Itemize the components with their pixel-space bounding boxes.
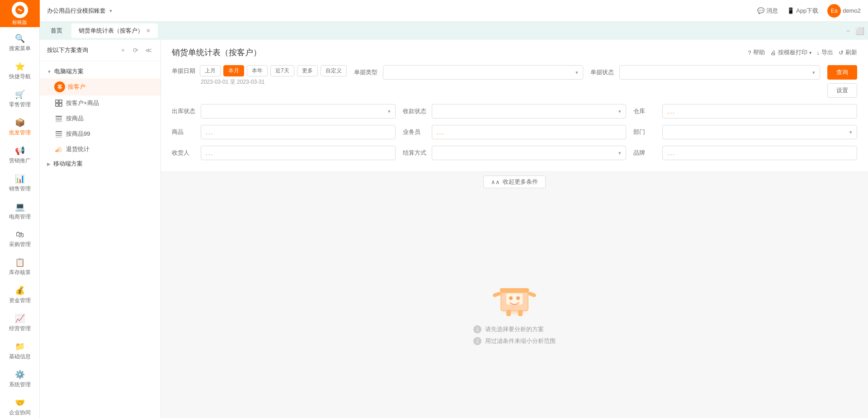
purchase-icon: 🛍 — [16, 230, 24, 239]
sidebar-item-ecommerce[interactable]: 💻 电商管理 — [0, 197, 39, 225]
tab-close-icon[interactable]: ✕ — [146, 28, 151, 34]
sidebar-item-operations[interactable]: 📈 经营管理 — [0, 309, 39, 337]
add-scheme-button[interactable]: ＋ — [118, 45, 128, 55]
sidebar-item-shortcuts[interactable]: ⭐ 快捷导航 — [0, 57, 39, 85]
tab-home[interactable]: 首页 — [43, 24, 70, 38]
user-profile[interactable]: Ea demo2 — [827, 4, 861, 18]
sidebar-item-basic[interactable]: 📁 基础信息 — [0, 337, 39, 365]
tab-stats[interactable]: 销货单统计表（按客户） ✕ — [71, 24, 158, 38]
svg-rect-25 — [528, 291, 537, 298]
tree-group-desktop-header[interactable]: ▼ 电脑端方案 — [40, 65, 160, 78]
order-status-select[interactable]: ▾ — [619, 65, 820, 80]
receipt-status-select[interactable]: ▾ — [432, 104, 627, 119]
refresh-scheme-button[interactable]: ⟳ — [131, 45, 141, 55]
receipt-status-label: 收款状态 — [403, 107, 428, 115]
date-custom[interactable]: 自定义 — [321, 65, 347, 76]
download-icon: 📱 — [787, 7, 794, 14]
return-stats-icon — [54, 145, 63, 154]
left-panel-actions: ＋ ⟳ ≪ — [118, 45, 153, 55]
page-actions: ? 帮助 🖨 按模板打印 ▾ ↓ 导出 ↺ — [748, 48, 857, 57]
sidebar-item-cooperation[interactable]: 🤝 企业协同 — [0, 393, 39, 418]
sidebar-item-finance[interactable]: 💰 资金管理 — [0, 281, 39, 309]
inventory-icon: 📋 — [15, 257, 25, 267]
system-icon: ⚙️ — [15, 370, 25, 380]
print-dropdown-icon: ▾ — [809, 50, 811, 55]
svg-point-22 — [509, 296, 513, 300]
tab-minimize-icon[interactable]: － — [844, 26, 852, 36]
tree-item-by-product[interactable]: 按商品 — [40, 111, 160, 126]
svg-rect-7 — [56, 119, 62, 120]
print-icon: 🖨 — [770, 49, 776, 56]
sidebar-item-ecommerce-label: 电商管理 — [9, 213, 31, 221]
sidebar-item-retail[interactable]: 🛒 零售管理 — [0, 85, 39, 113]
tree-group-desktop: ▼ 电脑端方案 客 按客户 按客户+商品 — [40, 65, 160, 157]
date-more[interactable]: 更多 — [297, 65, 318, 76]
date-this-year[interactable]: 本年 — [247, 65, 268, 76]
svg-rect-16 — [60, 147, 61, 152]
collapse-button[interactable]: ∧∧ 收起更多条件 — [483, 176, 546, 188]
tree-item-by-customer[interactable]: 客 按客户 — [40, 78, 160, 95]
query-buttons: 查询 设置 — [827, 65, 857, 98]
print-button[interactable]: 🖨 按模板打印 ▾ — [770, 48, 811, 57]
message-button[interactable]: 💬 消息 — [757, 7, 778, 15]
cooperation-icon: 🤝 — [15, 398, 25, 408]
salesperson-select[interactable]: ... — [432, 125, 627, 139]
empty-state: 1 请先选择要分析的方案 2 用过滤条件来缩小分析范围 — [161, 193, 868, 418]
sidebar-item-marketing[interactable]: 📢 营销推广 — [0, 141, 39, 169]
filter-area: 销货单统计表（按客户） ? 帮助 🖨 按模板打印 ▾ ↓ — [161, 40, 868, 171]
tree-item-return-stats[interactable]: 退货统计 — [40, 142, 160, 157]
sidebar-item-basic-label: 基础信息 — [9, 353, 31, 361]
left-panel-title: 按以下方案查询 — [47, 46, 88, 54]
tree-item-by-customer-label: 按客户 — [68, 83, 85, 91]
sidebar-item-inventory[interactable]: 📋 库存核算 — [0, 253, 39, 281]
recipient-select[interactable]: ... — [201, 146, 396, 160]
order-type-label: 单据类型 — [354, 68, 379, 76]
svg-rect-5 — [56, 116, 62, 117]
warehouse-select[interactable]: ... — [662, 104, 857, 119]
query-button[interactable]: 查询 — [827, 65, 857, 80]
sidebar-item-sales[interactable]: 📊 销售管理 — [0, 169, 39, 197]
sidebar-item-purchase[interactable]: 🛍 采购管理 — [0, 225, 39, 253]
tree-expand-arrow: ▼ — [47, 69, 52, 74]
order-type-select[interactable]: ▾ — [383, 65, 584, 80]
brand-select[interactable]: ... — [662, 146, 857, 160]
tab-stats-label: 销货单统计表（按客户） — [79, 27, 143, 35]
sidebar-item-wholesale[interactable]: 📦 批发管理 — [0, 113, 39, 141]
message-icon: 💬 — [757, 7, 764, 14]
date-last7[interactable]: 近7天 — [270, 65, 294, 76]
tree-group-mobile-header[interactable]: ▶ 移动端方案 — [40, 157, 160, 171]
basic-icon: 📁 — [15, 342, 25, 352]
sidebar: 标账版 🔍 搜索菜单 ⭐ 快捷导航 🛒 零售管理 📦 批发管理 📢 营销推广 📊… — [0, 0, 40, 418]
sidebar-item-system[interactable]: ⚙️ 系统管理 — [0, 365, 39, 393]
sidebar-item-search[interactable]: 🔍 搜索菜单 — [0, 29, 39, 57]
refresh-button[interactable]: ↺ 刷新 — [839, 48, 857, 57]
collapse-panel-button[interactable]: ≪ — [143, 45, 153, 55]
department-select[interactable]: ▾ — [662, 125, 857, 139]
export-button[interactable]: ↓ 导出 — [817, 48, 834, 57]
empty-tip-1-text: 请先选择要分析的方案 — [485, 325, 544, 333]
product-dots: ... — [206, 128, 214, 136]
app-download-button[interactable]: 📱 App下载 — [787, 7, 818, 15]
settlement-chevron: ▾ — [618, 150, 621, 156]
settings-button[interactable]: 设置 — [827, 83, 857, 98]
finance-icon: 💰 — [15, 285, 25, 295]
sidebar-item-retail-label: 零售管理 — [9, 101, 31, 109]
tree-item-by-customer-product[interactable]: 按客户+商品 — [40, 95, 160, 111]
svg-rect-17 — [61, 148, 62, 152]
product-select[interactable]: ... — [201, 125, 396, 139]
settlement-select[interactable]: ▾ — [432, 146, 627, 160]
date-label: 单据日期 — [172, 67, 197, 75]
date-this-month[interactable]: 本月 — [223, 65, 244, 76]
svg-rect-15 — [58, 147, 59, 152]
title-dropdown[interactable]: ▾ — [109, 8, 112, 14]
help-button[interactable]: ? 帮助 — [748, 48, 764, 57]
tree-item-by-product99[interactable]: 按商品99 — [40, 126, 160, 142]
brand-label: 品牌 — [633, 149, 659, 157]
ship-status-select[interactable]: ▾ — [201, 104, 396, 119]
topbar: 办公用品行业模拟账套 ▾ 💬 消息 📱 App下载 Ea demo2 — [40, 0, 868, 22]
tab-maximize-icon[interactable]: ⬜ — [855, 27, 864, 35]
print-label: 按模板打印 — [778, 48, 807, 57]
svg-rect-3 — [56, 104, 58, 106]
user-name: demo2 — [843, 7, 861, 14]
date-last-month[interactable]: 上月 — [200, 65, 221, 76]
